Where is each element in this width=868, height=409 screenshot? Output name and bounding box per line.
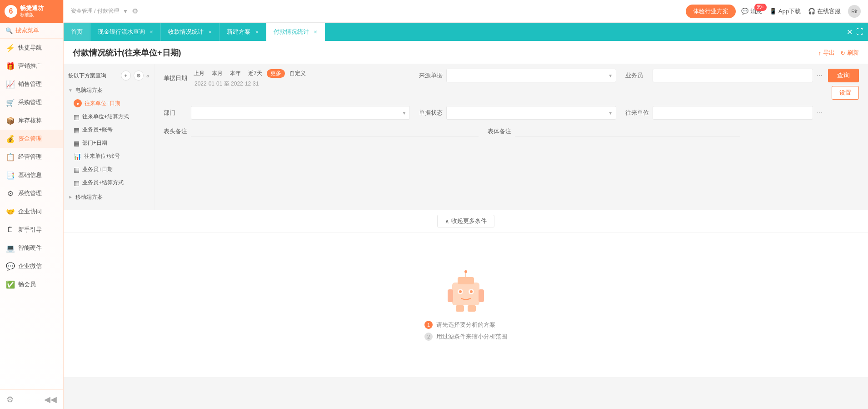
svg-rect-4 [456,305,464,312]
sidebar-item-collab[interactable]: 🤝企业协同 [0,202,63,221]
scheme-item-unit-date[interactable]: ● 往来单位+日期 [64,96,154,110]
scheme-item-grid-icon-3: ▦ [74,140,80,147]
sidebar-item-weixin[interactable]: 💬企业微信 [0,257,63,275]
sidebar-item-sales[interactable]: 📈销售管理 [0,75,63,93]
tab-new-scheme[interactable]: 新建方案 ✕ [219,23,266,41]
scheme-item-staff-settlement[interactable]: ▦ 业务员+结算方式 [64,176,154,189]
related-unit-field: 往来单位 ··· [625,106,823,120]
vip-icon: ✅ [6,280,15,288]
date-btn-custom[interactable]: 自定义 [287,69,309,78]
date-btn-more[interactable]: 更多 [267,69,285,78]
tip-text-2: 用过滤条件来缩小分析范围 [436,333,507,341]
search-menu[interactable]: 🔍 搜索菜单 [0,23,63,39]
date-btn-7days[interactable]: 近7天 [245,69,265,78]
scheme-add-btn[interactable]: + [121,71,131,81]
filter-row-3: 表头备注 表体备注 [164,126,859,136]
new-scheme-tab-close[interactable]: ✕ [255,30,259,35]
tab-payment-stats[interactable]: 收款情况统计 ✕ [161,23,219,41]
basic-icon: 📑 [6,171,15,179]
finance-icon: 💰 [6,135,15,143]
single-status-select[interactable] [446,106,616,120]
scheme-item-grid-icon-4: ▦ [74,166,80,173]
tab-bank-flow[interactable]: 现金银行流水查询 ✕ [90,23,161,41]
sidebar-item-basic[interactable]: 📑基础信息 [0,166,63,184]
sidebar-item-inventory[interactable]: 📦库存核算 [0,111,63,130]
refresh-button[interactable]: ↻ 刷新 [840,49,859,57]
scheme-item-unit-settlement[interactable]: ▦ 往来单位+结算方式 [64,110,154,123]
dept-select[interactable] [191,106,410,120]
settings-icon[interactable]: ⚙ [132,7,138,15]
date-btn-this-year[interactable]: 本年 [227,69,244,78]
staff-field: 业务员 ··· [625,69,823,82]
tab-expand-icon[interactable]: ⛶ [856,28,863,36]
trial-button[interactable]: 体验行业方案 [686,5,736,18]
scheme-panel: 按以下方案查询 + ⚙ « ▼ 电脑端方案 ● [64,64,155,210]
svg-rect-1 [458,277,474,284]
dept-label: 部门 [164,109,191,117]
body-remark-label: 表体备注 [488,127,515,136]
sidebar-item-vip[interactable]: ✅畅会员 [0,275,63,293]
scheme-group-mobile-header[interactable]: ▼ 移动端方案 [64,191,154,203]
tab-bar: 首页 现金银行流水查询 ✕ 收款情况统计 ✕ 新建方案 ✕ 付款情况统计 ✕ ✕… [64,23,868,41]
sidebar-footer: ⚙ ◀◀ [0,389,63,409]
new-scheme-tab-label: 新建方案 [227,28,250,36]
sidebar-item-purchase[interactable]: 🛒采购管理 [0,93,63,111]
scheme-item-staff-date[interactable]: ▦ 业务员+日期 [64,163,154,176]
bank-flow-tab-close[interactable]: ✕ [150,30,153,35]
scheme-group-desktop-header[interactable]: ▼ 电脑端方案 [64,84,154,96]
header-remark-input[interactable] [191,126,479,136]
source-single-field: 来源单据 ▼ [419,69,616,82]
user-avatar[interactable]: Rit [848,5,861,18]
settings-footer-icon[interactable]: ⚙ [6,394,14,404]
query-button[interactable]: 查询 [828,69,859,82]
home-tab-label: 首页 [71,28,83,36]
related-unit-input[interactable] [653,106,813,120]
empty-tips: 1 请先选择要分析的方案 2 用过滤条件来缩小分析范围 [424,321,507,341]
scheme-item-dept-date[interactable]: ▦ 部门+日期 [64,136,154,150]
hardware-icon: 💻 [6,244,15,252]
payment-stats-tab-close[interactable]: ✕ [208,30,212,35]
source-single-select[interactable] [446,69,616,82]
sidebar-item-quick-nav[interactable]: ⚡快捷导航 [0,39,63,57]
related-unit-dots[interactable]: ··· [817,109,823,117]
dept-field: 部门 ▼ [164,106,410,120]
page-title: 付款情况统计(往来单位+日期) [73,47,181,58]
body-remark-input[interactable] [515,126,740,136]
staff-label: 业务员 [625,71,653,80]
notifications-item[interactable]: 💬 消息 99+ [741,7,762,15]
main-content: 资金管理 / 付款管理 ▼ ⚙ 体验行业方案 💬 消息 99+ 📱 App下载 … [64,0,868,409]
sidebar-item-system[interactable]: ⚙系统管理 [0,184,63,202]
payment-detail-tab-close[interactable]: ✕ [314,30,317,35]
tab-home[interactable]: 首页 [64,23,90,41]
staff-input[interactable] [653,69,813,82]
collapse-conditions-btn[interactable]: ∧ 收起更多条件 [437,215,494,227]
export-button[interactable]: ↑ 导出 [818,49,835,57]
collapse-sidebar-icon[interactable]: ◀◀ [44,394,57,404]
scheme-item-staff-account[interactable]: ▦ 业务员+账号 [64,123,154,136]
settings-button[interactable]: 设置 [832,86,859,100]
vip-label: 畅会员 [18,280,36,288]
sidebar-logo: 6 畅捷通坊 标准版 [0,0,63,23]
online-service-item[interactable]: 🎧 在线客服 [808,7,841,15]
breadcrumb-dropdown-icon[interactable]: ▼ [123,8,128,15]
sidebar-item-operation[interactable]: 📋经营管理 [0,148,63,166]
scheme-settings-btn[interactable]: ⚙ [134,71,144,81]
marketing-label: 营销推广 [18,62,42,70]
staff-dots[interactable]: ··· [817,71,823,80]
app-download-item[interactable]: 📱 App下载 [769,7,801,15]
date-btn-last-month[interactable]: 上月 [191,69,207,78]
tab-payment-detail[interactable]: 付款情况统计 ✕ [266,23,325,41]
sidebar-item-finance[interactable]: 💰资金管理 [0,130,63,148]
sidebar-item-guide[interactable]: 🗒新手引导 [0,221,63,239]
sidebar-item-marketing[interactable]: 🎁营销推广 [0,57,63,75]
notification-badge: 99+ [754,4,767,11]
logo-sub: 标准版 [20,12,44,18]
scheme-item-unit-account[interactable]: 📊 往来单位+账号 [64,150,154,163]
tab-close-all-icon[interactable]: ✕ [847,28,853,36]
date-btn-this-month[interactable]: 本月 [209,69,225,78]
app-icon: 📱 [769,8,777,15]
operation-icon: 📋 [6,153,15,161]
scheme-collapse-btn[interactable]: « [146,72,150,79]
sidebar-nav: ⚡快捷导航🎁营销推广📈销售管理🛒采购管理📦库存核算💰资金管理📋经营管理📑基础信息… [0,39,63,389]
sidebar-item-hardware[interactable]: 💻智能硬件 [0,239,63,257]
